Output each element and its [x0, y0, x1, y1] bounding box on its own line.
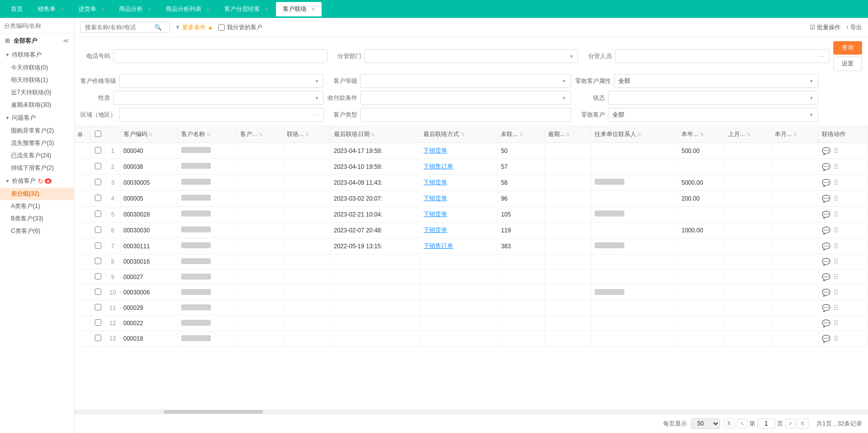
- more-actions-icon[interactable]: ⠿: [833, 304, 838, 312]
- col-last-contact-method[interactable]: 最后联络方式: [420, 126, 498, 143]
- query-button[interactable]: 查询: [833, 41, 862, 55]
- sidebar-item-churn-warning[interactable]: 流失预警客户(3): [0, 137, 74, 149]
- filter-search-input[interactable]: [85, 24, 154, 31]
- row-checkbox[interactable]: [95, 147, 101, 153]
- close-product-analysis-icon[interactable]: ×: [148, 6, 151, 12]
- sidebar-item-b-class[interactable]: B类客户(33): [0, 213, 74, 225]
- more-actions-icon[interactable]: ⠿: [833, 195, 838, 203]
- nav-home[interactable]: 首页: [4, 2, 30, 16]
- chat-icon[interactable]: 💬: [822, 258, 830, 266]
- sidebar-group-value[interactable]: ▼ 价值客户 ↻ ●: [0, 174, 74, 188]
- more-actions-icon[interactable]: ⠿: [833, 226, 838, 234]
- chat-icon[interactable]: 💬: [822, 289, 830, 296]
- row-checkbox[interactable]: [95, 273, 101, 280]
- nav-customer-contact[interactable]: 客户联络 ×: [276, 2, 322, 16]
- value-refresh-icon[interactable]: ↻: [38, 177, 44, 185]
- last-page-btn[interactable]: K: [798, 419, 808, 429]
- row-checkbox[interactable]: [95, 163, 101, 169]
- nature-select[interactable]: ▼: [113, 91, 324, 105]
- more-actions-icon[interactable]: ⠿: [833, 147, 838, 155]
- sidebar-group-pending[interactable]: ▼ 待联络客户: [0, 48, 74, 62]
- col-settings[interactable]: ⚙: [74, 126, 90, 143]
- chat-icon[interactable]: 💬: [822, 163, 830, 171]
- sidebar-item-ungroup[interactable]: 未分组(32): [0, 188, 74, 200]
- chat-icon[interactable]: 💬: [822, 273, 830, 281]
- sidebar-item-abnormal[interactable]: 囤购异常客户(2): [0, 125, 74, 137]
- col-name[interactable]: 客户名称: [178, 126, 237, 143]
- col-contact[interactable]: 联络...: [284, 126, 331, 143]
- close-sales-icon[interactable]: ×: [61, 6, 64, 12]
- close-customer-segment-icon[interactable]: ×: [265, 6, 268, 12]
- close-purchase-icon[interactable]: ×: [101, 6, 104, 12]
- chat-icon[interactable]: 💬: [822, 304, 830, 312]
- horizontal-scrollbar[interactable]: [74, 410, 868, 414]
- next-page-btn[interactable]: >: [785, 419, 796, 429]
- row-checkbox[interactable]: [95, 304, 101, 310]
- row-checkbox[interactable]: [95, 289, 101, 295]
- customer-level-select[interactable]: ▼: [360, 74, 571, 88]
- export-btn[interactable]: ↑ 导出: [846, 23, 862, 32]
- row-checkbox[interactable]: [95, 195, 101, 201]
- col-this-year[interactable]: 本年...: [678, 126, 725, 143]
- row-last-contact-method[interactable]: [420, 331, 498, 347]
- nav-sales[interactable]: 销售单 ×: [31, 2, 70, 16]
- chat-icon[interactable]: 💬: [822, 211, 830, 218]
- chat-icon[interactable]: 💬: [822, 226, 830, 234]
- more-actions-icon[interactable]: ⠿: [833, 273, 838, 281]
- manager-input[interactable]: ···: [615, 49, 829, 63]
- dept-select[interactable]: ▼: [364, 49, 579, 63]
- row-last-contact-method[interactable]: [420, 254, 498, 270]
- sidebar-item-7days[interactable]: 近7天待联络(0): [0, 86, 74, 99]
- contact-method-link[interactable]: 下销货单: [423, 195, 447, 202]
- row-last-contact-method[interactable]: [420, 285, 498, 300]
- col-select-all[interactable]: [90, 126, 105, 143]
- row-last-contact-method[interactable]: 下销售订单: [420, 238, 498, 254]
- more-actions-icon[interactable]: ⠿: [833, 179, 838, 187]
- more-actions-icon[interactable]: ⠿: [833, 335, 838, 343]
- contact-method-link[interactable]: 下销货单: [423, 226, 447, 233]
- sidebar-item-tomorrow[interactable]: 明天待联络(1): [0, 74, 74, 86]
- col-last-contact-date[interactable]: 最后联络日期: [331, 126, 420, 143]
- close-product-analysis-list-icon[interactable]: ×: [206, 6, 209, 12]
- select-all-checkbox[interactable]: [95, 131, 101, 137]
- chat-icon[interactable]: 💬: [822, 179, 830, 187]
- filter-search-icon[interactable]: 🔍: [154, 24, 162, 31]
- my-customers-check[interactable]: [218, 24, 225, 31]
- more-actions-icon[interactable]: ⠿: [833, 242, 838, 250]
- chat-icon[interactable]: 💬: [822, 242, 830, 250]
- page-number-input[interactable]: [757, 419, 775, 429]
- row-checkbox[interactable]: [95, 335, 101, 341]
- nav-product-analysis-list[interactable]: 商品分析列表 ×: [159, 2, 216, 16]
- region-input[interactable]: ···: [119, 108, 324, 122]
- row-checkbox[interactable]: [95, 179, 101, 185]
- row-checkbox[interactable]: [95, 258, 101, 264]
- row-checkbox[interactable]: [95, 242, 101, 249]
- prev-page-btn[interactable]: <: [737, 419, 747, 429]
- sidebar-item-churned[interactable]: 已流失客户(24): [0, 149, 74, 162]
- contact-method-link[interactable]: 下销货单: [423, 147, 447, 154]
- sidebar-item-declining[interactable]: 持续下滑客户(2): [0, 162, 74, 174]
- row-checkbox[interactable]: [95, 319, 101, 326]
- chat-icon[interactable]: 💬: [822, 147, 830, 155]
- sidebar-group-problem[interactable]: ▼ 问题客户: [0, 111, 74, 125]
- more-actions-icon[interactable]: ⠿: [833, 211, 838, 218]
- more-actions-icon[interactable]: ⠿: [833, 289, 838, 296]
- row-last-contact-method[interactable]: 下销货单: [420, 143, 498, 159]
- status-select[interactable]: ▼: [608, 91, 818, 105]
- row-checkbox[interactable]: [95, 226, 101, 233]
- sidebar-search-input[interactable]: [4, 22, 74, 29]
- per-page-select[interactable]: 50 100 200: [691, 418, 720, 429]
- col-uncontacted[interactable]: 未联...: [498, 126, 544, 143]
- bulk-ops-btn[interactable]: ☑ 批量操作: [810, 23, 841, 32]
- reset-button[interactable]: 设置: [833, 57, 862, 71]
- sidebar-collapse-icon[interactable]: ≪: [63, 38, 69, 44]
- row-last-contact-method[interactable]: 下销售订单: [420, 159, 498, 175]
- row-last-contact-method[interactable]: 下销货单: [420, 207, 498, 222]
- sidebar-item-c-class[interactable]: C类客户(6): [0, 225, 74, 237]
- col-overdue[interactable]: 逾期...: [544, 126, 591, 143]
- col-code[interactable]: 客户编码: [120, 126, 178, 143]
- col-last-month[interactable]: 上月...: [725, 126, 772, 143]
- nav-purchase[interactable]: 进货单 ×: [71, 2, 111, 16]
- col-this-month[interactable]: 本月...: [772, 126, 818, 143]
- row-checkbox[interactable]: [95, 211, 101, 217]
